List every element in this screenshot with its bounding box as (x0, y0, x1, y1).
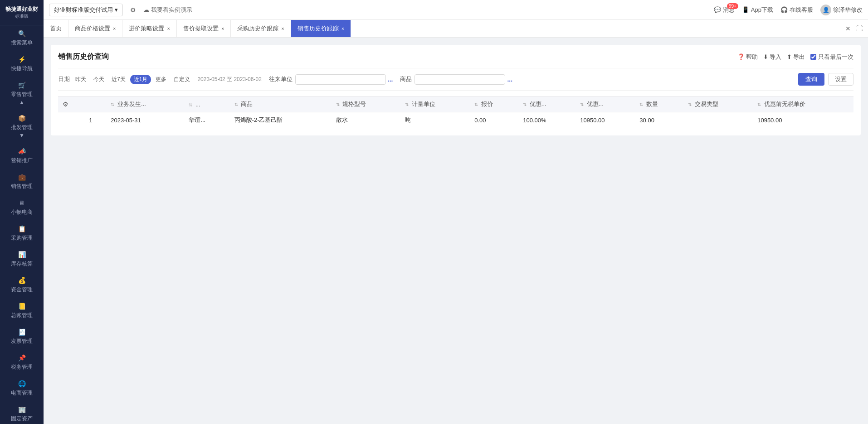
col-price[interactable]: ⇅ 报价 (470, 96, 518, 112)
app-download-button[interactable]: 📱 App下载 (742, 6, 773, 14)
table-header: ⚙ ⇅ 业务发生... ⇅ ... ⇅ 商品 (58, 96, 853, 112)
last-only-checkbox-label[interactable]: 只看最后一次 (810, 53, 853, 61)
sort-icon: ⇅ (474, 102, 478, 107)
search-button[interactable]: 查询 (798, 73, 824, 86)
goods-dots-button[interactable]: ... (507, 76, 512, 83)
gear-icon: ⚙ (130, 6, 136, 14)
sort-icon: ⇅ (405, 102, 409, 107)
close-icon[interactable]: × (281, 26, 284, 31)
date-opt-more[interactable]: 更多 (153, 75, 169, 84)
tab-price-extract[interactable]: 售价提取设置 × (177, 20, 231, 37)
sales-icon: 💼 (18, 173, 26, 181)
col-discount-pct[interactable]: ⇅ 优惠... (518, 96, 575, 112)
cell-biz-date: 2023-05-31 (106, 112, 184, 128)
date-opt-today[interactable]: 今天 (91, 75, 107, 84)
date-opt-custom[interactable]: 自定义 (171, 75, 193, 84)
sort-icon: ⇅ (234, 102, 238, 107)
col-trade-type[interactable]: ⇅ 交易类型 (683, 96, 753, 112)
message-badge: 99+ (727, 3, 738, 9)
filter-actions: 查询 设置 (798, 73, 853, 86)
sidebar-item-search[interactable]: 🔍 搜索菜单 (0, 25, 44, 51)
import-icon: ⬇ (763, 53, 768, 60)
tab-price-setting[interactable]: 商品价格设置 × (68, 20, 122, 37)
date-filter-label: 日期 (58, 75, 70, 83)
top-header: 好业财标准版交付试用 ▾ ⚙ ☁ 我要看实例演示 💬 消息 99+ 📱 App下… (44, 0, 868, 20)
col-pretax-price-label: 优惠前无税单价 (764, 101, 805, 107)
sidebar-item-purchase[interactable]: 📋 采购管理 (0, 221, 44, 246)
tab-purchase-history[interactable]: 采购历史价跟踪 × (231, 20, 291, 37)
import-button[interactable]: ⬇ 导入 (763, 53, 781, 61)
col-biz-date[interactable]: ⇅ 业务发生... (106, 96, 184, 112)
sidebar-item-wholesale[interactable]: 📦 批发管理 ▼ (0, 110, 44, 143)
col-qty[interactable]: ⇅ 数量 (635, 96, 683, 112)
col-more[interactable]: ⇅ ... (184, 96, 229, 112)
cell-seq: 1 (84, 112, 106, 128)
tab-label: 进价策略设置 (129, 24, 164, 33)
sidebar-item-quick-nav[interactable]: ⚡ 快捷导航 (0, 51, 44, 77)
close-icon[interactable]: × (221, 26, 224, 31)
help-button[interactable]: ❓ 帮助 (737, 53, 758, 61)
close-icon[interactable]: × (341, 26, 344, 31)
sidebar-item-tax[interactable]: 📌 税务管理 (0, 350, 44, 376)
phone-icon: 📱 (742, 6, 749, 13)
col-discount-pct-label: 优惠... (530, 101, 546, 107)
tab-home[interactable]: 首页 (44, 20, 68, 37)
filter-row: 日期 昨天 今天 近7天 近1月 更多 自定义 2023-05-02 至 202… (58, 68, 853, 91)
header-left: 好业财标准版交付试用 ▾ ⚙ ☁ 我要看实例演示 (49, 4, 714, 16)
col-goods-label: 商品 (241, 101, 253, 107)
close-tab-button[interactable]: ✕ (844, 24, 853, 33)
app-title: 畅捷通好业财 (5, 5, 38, 13)
header-settings-button[interactable]: ⚙ (127, 5, 140, 15)
sidebar-item-general-ledger[interactable]: 📒 总账管理 (0, 298, 44, 324)
version-selector[interactable]: 好业财标准版交付试用 ▾ (49, 4, 123, 16)
cell-settings (58, 112, 84, 128)
sidebar-item-invoice[interactable]: 🧾 发票管理 (0, 324, 44, 350)
col-unit[interactable]: ⇅ 计量单位 (400, 96, 470, 112)
date-opt-7days[interactable]: 近7天 (109, 75, 128, 84)
sidebar-item-ecommerce-small[interactable]: 🖥 小畅电商 (0, 195, 44, 221)
tab-label: 首页 (50, 24, 62, 33)
sidebar-item-retail[interactable]: 🛒 零售管理 ▲ (0, 77, 44, 110)
date-opt-1month[interactable]: 近1月 (130, 75, 151, 84)
sidebar-item-label: 小畅电商 (11, 208, 33, 216)
last-only-checkbox[interactable] (810, 54, 816, 60)
col-spec[interactable]: ⇅ 规格型号 (332, 96, 401, 112)
demo-button[interactable]: ☁ 我要看实例演示 (143, 6, 192, 14)
sidebar-item-marketing[interactable]: 📣 营销推广 (0, 143, 44, 169)
tab-label: 采购历史价跟踪 (237, 24, 278, 33)
online-service-button[interactable]: 🎧 在线客服 (780, 6, 813, 14)
tab-purchase-strategy[interactable]: 进价策略设置 × (122, 20, 176, 37)
sidebar-item-inventory[interactable]: 📊 库存核算 (0, 246, 44, 272)
settings-button[interactable]: 设置 (828, 73, 853, 86)
finance-icon: 💰 (18, 277, 26, 284)
close-icon[interactable]: × (113, 26, 116, 31)
sidebar-item-ec-manage[interactable]: 🌐 电商管理 (0, 376, 44, 401)
cell-price: 0.00 (470, 112, 518, 128)
headset-icon: 🎧 (780, 6, 788, 13)
cell-trade-type (683, 112, 753, 128)
lightning-icon: ⚡ (18, 56, 26, 63)
sidebar-item-fixed-assets[interactable]: 🏢 固定资产 (0, 401, 44, 424)
table-row[interactable]: 1 2023-05-31 华谊... 丙烯酸-2-乙基己酯 散水 吨 0.00 … (58, 112, 853, 128)
expand-tab-button[interactable]: ⛶ (854, 24, 864, 33)
goods-filter-group: 商品 ... (400, 74, 512, 85)
col-discount-amt[interactable]: ⇅ 优惠... (575, 96, 635, 112)
supplier-dots-button[interactable]: ... (388, 76, 393, 83)
date-opt-yesterday[interactable]: 昨天 (73, 75, 89, 84)
user-info[interactable]: 👤 徐泽华修改 (820, 5, 863, 15)
sidebar-item-sales[interactable]: 💼 销售管理 (0, 169, 44, 195)
supplier-input[interactable] (295, 74, 386, 85)
message-button[interactable]: 💬 消息 99+ (714, 6, 735, 14)
col-settings[interactable]: ⚙ (58, 96, 84, 112)
col-goods[interactable]: ⇅ 商品 (230, 96, 332, 112)
last-only-label: 只看最后一次 (818, 53, 853, 61)
supplier-filter-label: 往来单位 (269, 75, 293, 83)
close-icon[interactable]: × (167, 26, 170, 31)
table-settings-icon[interactable]: ⚙ (63, 101, 68, 108)
sidebar-item-finance[interactable]: 💰 资金管理 (0, 272, 44, 298)
export-button[interactable]: ⬆ 导出 (787, 53, 805, 61)
col-pretax-price[interactable]: ⇅ 优惠前无税单价 (753, 96, 853, 112)
col-discount-amt-label: 优惠... (587, 101, 604, 107)
tab-sales-history[interactable]: 销售历史价跟踪 × (291, 20, 351, 37)
goods-input[interactable] (414, 74, 505, 85)
